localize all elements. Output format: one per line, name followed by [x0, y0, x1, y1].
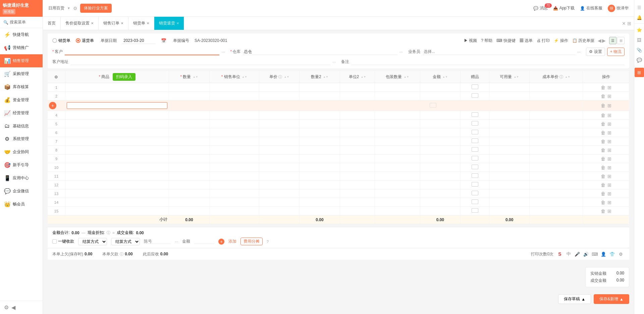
warehouse-search-btn[interactable]: ···: [399, 50, 403, 54]
unit-price-cell[interactable]: [259, 207, 299, 215]
copy-row-btn[interactable]: ⊞: [607, 156, 611, 162]
product-cell[interactable]: [65, 172, 169, 181]
sidebar-item-basics[interactable]: 🗂 基础信息: [0, 120, 43, 132]
pkg-qty-cell[interactable]: [375, 83, 420, 92]
right-tool-bell-btn[interactable]: 🔔: [635, 13, 644, 22]
unit2-sort-icon[interactable]: ▲▼: [361, 75, 366, 78]
available-cell[interactable]: [489, 137, 529, 146]
gift-cell[interactable]: [461, 189, 489, 198]
available-cell[interactable]: [489, 163, 529, 172]
available-cell[interactable]: [489, 111, 529, 120]
qty-cell[interactable]: [169, 128, 209, 137]
product-cell[interactable]: [65, 198, 169, 207]
amount-cell[interactable]: [420, 120, 460, 128]
gift-cell[interactable]: [461, 181, 489, 189]
unit2-cell[interactable]: [340, 128, 375, 137]
sales-unit-cell[interactable]: [209, 120, 259, 128]
unit2-cell[interactable]: [340, 207, 375, 215]
th-gear[interactable]: ⚙: [48, 71, 65, 83]
gift-checkbox[interactable]: [472, 208, 478, 213]
sales-unit-cell[interactable]: [209, 83, 259, 92]
product-cell[interactable]: [65, 154, 169, 163]
print-btn[interactable]: 🖨 打印: [537, 38, 550, 44]
unit-price-tip-icon[interactable]: ⓘ: [278, 75, 282, 79]
right-tool-attach-btn[interactable]: 📎: [635, 45, 644, 55]
tab-sales-order-close[interactable]: ✕: [121, 21, 123, 25]
save-new-btn[interactable]: 保存&新增 ▲: [594, 294, 629, 304]
unit-price-cell[interactable]: [259, 198, 299, 207]
sales-unit-cell[interactable]: [209, 137, 259, 146]
tab-sales-order[interactable]: 销售订单 ✕: [99, 17, 128, 30]
online-service-btn[interactable]: 👤 在线客服: [580, 5, 602, 11]
cost-price-cell[interactable]: [530, 111, 583, 120]
gift-cell[interactable]: [461, 92, 489, 101]
salesperson-search-btn[interactable]: ···: [577, 50, 581, 54]
available-cell[interactable]: [489, 92, 529, 101]
pkg-qty-cell[interactable]: [375, 172, 420, 181]
radio-sales-invoice[interactable]: 销货单: [52, 38, 70, 44]
amount-cell[interactable]: [420, 154, 460, 163]
settings-gear-icon[interactable]: ⚙: [73, 6, 77, 11]
qty-cell[interactable]: [169, 198, 209, 207]
qty2-cell[interactable]: [300, 198, 340, 207]
unit-price-cell[interactable]: [259, 146, 299, 154]
available-sort-icon[interactable]: ▲▼: [514, 75, 519, 78]
copy-row-btn[interactable]: ⊞: [607, 200, 611, 205]
qty-cell[interactable]: [169, 146, 209, 154]
sales-unit-cell[interactable]: [209, 146, 259, 154]
gift-cell[interactable]: [461, 163, 489, 172]
delete-row-btn[interactable]: 🗑: [601, 113, 605, 118]
unit-price-cell[interactable]: [259, 137, 299, 146]
sales-unit-cell[interactable]: [209, 198, 259, 207]
product-input-cell[interactable]: [65, 101, 169, 111]
tab-price-extract[interactable]: 售价提取设置 ✕: [61, 17, 99, 30]
available-cell[interactable]: [489, 128, 529, 137]
taskbar-icon-keyboard[interactable]: ⌨: [591, 250, 598, 258]
delete-row-btn[interactable]: 🗑: [601, 139, 605, 144]
cost-price-cell[interactable]: [530, 172, 583, 181]
copy-row-btn[interactable]: ⊞: [607, 165, 611, 170]
qty-cell[interactable]: [169, 92, 209, 101]
qty2-cell[interactable]: [300, 163, 340, 172]
copy-active-row-btn[interactable]: ⊞: [607, 103, 611, 108]
sales-unit-cell[interactable]: [209, 128, 259, 137]
amount-cell[interactable]: [420, 207, 460, 215]
sales-unit-cell[interactable]: [209, 163, 259, 172]
remark-input[interactable]: [351, 59, 625, 65]
qty-cell[interactable]: [169, 189, 209, 198]
logistics-btn[interactable]: + 物流: [607, 48, 625, 56]
amount-cell[interactable]: [420, 198, 460, 207]
cost-price-cell[interactable]: [530, 163, 583, 172]
pkg-qty-cell[interactable]: [375, 128, 420, 137]
warehouse-input[interactable]: [243, 49, 397, 55]
cost-price-cell[interactable]: [530, 146, 583, 154]
operation-btn[interactable]: ⚡ 操作: [554, 38, 568, 44]
gift-cell[interactable]: [461, 172, 489, 181]
sidebar-item-system[interactable]: ⚙ 系统管理: [0, 132, 43, 145]
grid-view-btn[interactable]: ⊞: [617, 37, 625, 44]
available-cell[interactable]: [489, 181, 529, 189]
unit2-cell[interactable]: [340, 198, 375, 207]
address-search-btn[interactable]: ···: [332, 60, 336, 64]
delete-row-btn[interactable]: 🗑: [601, 191, 605, 196]
amount-cell[interactable]: [420, 128, 460, 137]
tab-sales-invoice[interactable]: 销货单 ✕: [128, 17, 154, 30]
copy-row-btn[interactable]: ⊞: [607, 174, 611, 179]
taskbar-icon-shirt[interactable]: 👕: [608, 250, 616, 258]
available-cell[interactable]: [489, 154, 529, 163]
product-cell[interactable]: [65, 189, 169, 198]
amount-sort-icon[interactable]: ▲▼: [442, 75, 448, 78]
product-cell[interactable]: [65, 92, 169, 101]
qty2-cell[interactable]: [300, 146, 340, 154]
product-cell[interactable]: [65, 163, 169, 172]
gift-cell[interactable]: [461, 198, 489, 207]
copy-row-btn[interactable]: ⊞: [607, 130, 611, 135]
sidebar-item-appcenter[interactable]: 📱 应用中心: [0, 172, 43, 185]
sales-unit-cell[interactable]: [209, 181, 259, 189]
gift-checkbox[interactable]: [472, 199, 478, 204]
video-btn[interactable]: ▶ 视频: [464, 38, 477, 44]
gift-checkbox[interactable]: [472, 121, 478, 126]
qty-cell[interactable]: [169, 154, 209, 163]
available-cell[interactable]: [489, 146, 529, 154]
sidebar-item-sales[interactable]: 📊 销售管理: [0, 54, 43, 67]
